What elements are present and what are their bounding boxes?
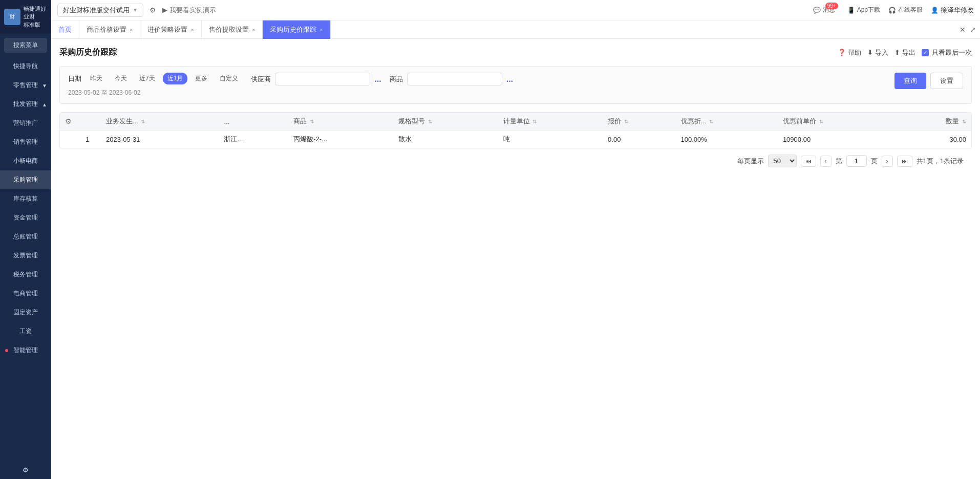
col-product[interactable]: 商品 ⇅ (288, 113, 393, 130)
ecommerce-small-label: 小畅电商 (13, 157, 38, 165)
username-label: 徐泽华修改 (941, 6, 974, 15)
query-button[interactable]: 查询 (894, 73, 926, 89)
col-quantity-label: 数量 (946, 117, 959, 125)
export-button[interactable]: ⬆ 导出 (894, 48, 915, 57)
col-settings[interactable]: ⚙ (60, 113, 80, 130)
date-filter-label: 日期 (68, 74, 81, 83)
sidebar-item-quicknav[interactable]: 快捷导航 (0, 57, 51, 76)
col-pre-discount-price[interactable]: 优惠前单价 ⇅ (778, 113, 899, 130)
date-btn-today[interactable]: 今天 (110, 73, 132, 84)
messages-button[interactable]: 💬 消息 99+ (813, 6, 835, 14)
demo-button[interactable]: ▶ 我要看实例演示 (162, 6, 216, 15)
prev-page-button[interactable]: ‹ (820, 156, 832, 167)
col-discount[interactable]: 优惠折... ⇅ (676, 113, 778, 130)
table-row[interactable]: 1 2023-05-31 浙江... 丙烯酸-2-... 散水 吨 0.00 1… (60, 130, 971, 148)
sidebar-item-tax[interactable]: 税务管理 (0, 265, 51, 284)
product-more-button[interactable]: ... (506, 75, 513, 84)
sidebar-item-purchase[interactable]: 采购管理 (0, 170, 51, 189)
tab-product-pricing[interactable]: 商品价格设置 × (79, 20, 140, 39)
date-btn-custom[interactable]: 自定义 (215, 73, 243, 84)
last-page-button[interactable]: ⏭ (897, 156, 912, 167)
col-date-sort-icon: ⇅ (141, 119, 145, 124)
tab-maximize-button[interactable]: ⤢ (970, 26, 976, 34)
finance-label: 资金管理 (13, 213, 38, 222)
topbar-settings-icon[interactable]: ⚙ (150, 6, 156, 14)
sidebar-item-retail[interactable]: 零售管理 ▼ (0, 76, 51, 95)
cell-unit: 吨 (498, 130, 603, 148)
table-body: 1 2023-05-31 浙江... 丙烯酸-2-... 散水 吨 0.00 1… (60, 130, 971, 148)
date-btn-more[interactable]: 更多 (190, 73, 212, 84)
col-spec-sort-icon: ⇅ (428, 119, 432, 124)
settings-button[interactable]: 设置 (930, 73, 963, 89)
checkbox-checked-icon: ✓ (922, 49, 929, 56)
date-btn-1month[interactable]: 近1月 (163, 73, 188, 84)
tab-selling-price[interactable]: 售价提取设置 × (202, 20, 263, 39)
col-quantity-sort-icon: ⇅ (962, 119, 966, 124)
search-menu-button[interactable]: 搜索菜单 (4, 38, 47, 53)
page-label: 第 (836, 157, 842, 166)
tab-purchase-strategy-close-icon[interactable]: × (190, 27, 194, 33)
sidebar-item-sales[interactable]: 销售管理 (0, 133, 51, 151)
logo-icon: 财 (4, 9, 20, 25)
sidebar-item-marketing[interactable]: 营销推广 (0, 114, 51, 133)
product-selector[interactable]: 好业财标准版交付试用 ▼ (57, 4, 143, 17)
sidebar-item-ledger[interactable]: 总账管理 (0, 227, 51, 246)
col-spec[interactable]: 规格型号 ⇅ (393, 113, 498, 130)
only-last-checkbox[interactable]: ✓ 只看最后一次 (922, 48, 972, 57)
sidebar-item-assets[interactable]: 固定资产 (0, 303, 51, 322)
sidebar-item-inventory[interactable]: 库存核算 (0, 189, 51, 208)
page-inner: 采购历史价跟踪 ❓ 帮助 ⬇ 导入 ⬆ 导出 (51, 39, 980, 479)
col-price[interactable]: 报价 ⇅ (603, 113, 675, 130)
import-icon: ⬇ (867, 49, 873, 56)
help-button[interactable]: ❓ 帮助 (838, 48, 861, 57)
app-download-button[interactable]: 📱 App下载 (847, 6, 880, 14)
product-input[interactable] (407, 73, 502, 85)
col-unit[interactable]: 计量单位 ⇅ (498, 113, 603, 130)
col-pre-discount-price-label: 优惠前单价 (783, 117, 816, 125)
date-btn-yesterday[interactable]: 昨天 (86, 73, 107, 84)
user-profile-button[interactable]: 👤 徐泽华修改 (931, 6, 974, 15)
sidebar-item-payroll[interactable]: 工资 (0, 322, 51, 341)
sidebar-item-ecommerce-small[interactable]: 小畅电商 (0, 151, 51, 170)
col-date[interactable]: 业务发生... ⇅ (101, 113, 219, 130)
tab-product-pricing-close-icon[interactable]: × (130, 27, 133, 33)
sidebar-item-ai[interactable]: 智能管理 (0, 341, 51, 360)
col-quantity[interactable]: 数量 ⇅ (898, 113, 971, 130)
demo-play-icon: ▶ (162, 6, 167, 14)
first-page-button[interactable]: ⏮ (801, 156, 816, 167)
sidebar-item-wholesale[interactable]: 批发管理 ▲ (0, 95, 51, 114)
col-extra: ... (219, 113, 288, 130)
sidebar-logo: 财 畅捷通好业财标准版 (0, 0, 51, 34)
tab-product-pricing-label: 商品价格设置 (87, 25, 126, 34)
date-btn-7days[interactable]: 近7天 (135, 73, 160, 84)
sidebar-item-ecommerce[interactable]: 电商管理 (0, 284, 51, 303)
tab-selling-price-close-icon[interactable]: × (252, 27, 255, 33)
topbar-right: 💬 消息 99+ 📱 App下载 🎧 在线客服 👤 徐泽华修改 (813, 6, 974, 15)
cell-spec: 散水 (393, 130, 498, 148)
data-table-container: ⚙ 业务发生... ⇅ ... 商品 (59, 112, 972, 148)
tab-purchase-history-close-icon[interactable]: × (319, 27, 323, 33)
help-icon: ❓ (838, 49, 846, 56)
per-page-select[interactable]: 50 10 20 100 (768, 155, 797, 167)
sidebar-item-finance[interactable]: 资金管理 (0, 208, 51, 227)
tab-purchase-history[interactable]: 采购历史价跟踪 × (263, 20, 330, 39)
customer-service-button[interactable]: 🎧 在线客服 (888, 6, 923, 14)
sidebar-item-invoice[interactable]: 发票管理 (0, 246, 51, 265)
tab-close-window-button[interactable]: ✕ (960, 26, 966, 34)
assets-label: 固定资产 (13, 308, 38, 317)
sidebar-settings-button[interactable]: ⚙ (0, 461, 51, 479)
cell-date: 2023-05-31 (101, 130, 219, 148)
supplier-input[interactable] (275, 73, 370, 85)
column-settings-icon[interactable]: ⚙ (65, 117, 72, 125)
tab-home[interactable]: 首页 (51, 20, 79, 39)
import-button[interactable]: ⬇ 导入 (867, 48, 888, 57)
col-unit-sort-icon: ⇅ (532, 119, 537, 124)
next-page-button[interactable]: › (882, 156, 893, 167)
page-number-input[interactable] (846, 155, 867, 167)
tab-purchase-strategy[interactable]: 进价策略设置 × (140, 20, 201, 39)
supplier-more-button[interactable]: ... (374, 75, 381, 84)
col-discount-label: 优惠折... (681, 117, 707, 125)
demo-label: 我要看实例演示 (169, 6, 216, 15)
supplier-filter-group: 供应商 ... (251, 73, 381, 85)
sidebar-search-area[interactable]: 搜索菜单 (0, 34, 51, 57)
